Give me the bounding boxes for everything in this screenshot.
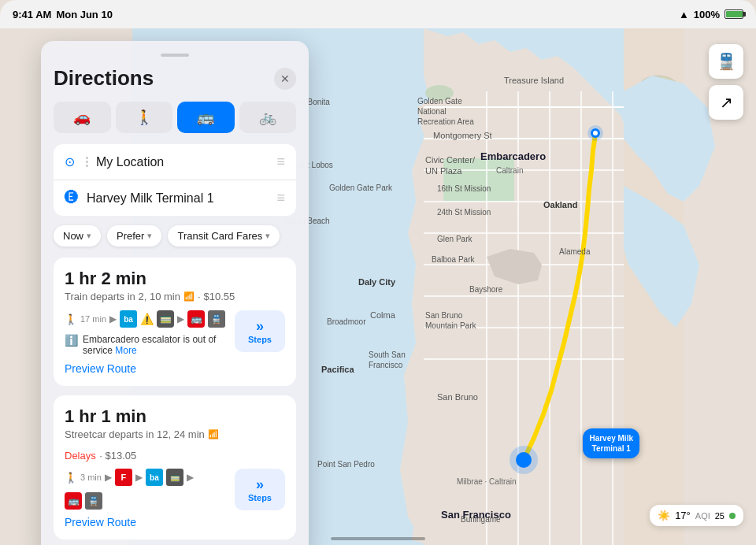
battery-fill xyxy=(726,11,743,17)
chevron-prefer: ▾ xyxy=(147,231,152,241)
transit-mode-btn[interactable]: 🚆 xyxy=(709,44,743,79)
route-2-delay-price: Delays · $13.05 xyxy=(65,448,285,462)
weather-icon: ☀️ xyxy=(658,510,670,521)
arrow-2: ▶ xyxy=(177,313,184,324)
route-2-duration: 1 hr 1 min xyxy=(65,406,285,427)
steps-btn-2[interactable]: » Steps xyxy=(235,469,285,510)
route-2-actions: 🚶 3 min ▶ F ▶ ba 🚃 ▶ 🚌 🚆 Preview Route » xyxy=(65,469,285,528)
train-badge-r2: 🚆 xyxy=(85,492,102,510)
status-bar: 9:41 AM Mon Jun 10 ▲ 100% xyxy=(0,0,756,28)
walk-icon-r2: 🚶 xyxy=(65,472,77,484)
route-1-actions: 🚶 17 min ▶ ba ⚠️ 🚃 ▶ 🚌 🚆 ℹ️ Embarcadero … xyxy=(65,310,285,375)
destination-pin: Harvey MilkTerminal 1 xyxy=(583,428,639,458)
svg-point-22 xyxy=(425,85,454,101)
weather-temp: 17° xyxy=(675,510,691,521)
bike-icon: 🚲 xyxy=(259,109,276,126)
arrow-1: ▶ xyxy=(109,313,117,324)
destination-handle: ≡ xyxy=(276,190,285,206)
steps-label-2: Steps xyxy=(246,493,274,502)
bart-badge-2: 🚃 xyxy=(157,310,174,328)
steps-arrows-1: » xyxy=(246,318,274,335)
walk-time-r1: 17 min xyxy=(80,314,106,324)
preview-route-2[interactable]: Preview Route xyxy=(65,516,235,528)
origin-handle: ≡ xyxy=(276,154,285,170)
filter-time-label: Now xyxy=(63,230,83,242)
filter-time[interactable]: Now ▾ xyxy=(54,225,101,247)
destination-icon: 🅔 xyxy=(65,190,79,206)
transport-tabs: 🚗 🚶 🚌 🚲 xyxy=(54,102,296,133)
train-badge-1: 🚆 xyxy=(208,310,225,328)
route-1-alert: ℹ️ Embarcadero escalator is out of servi… xyxy=(65,334,235,356)
bart-badge-1: ba xyxy=(120,310,137,328)
filter-prefer-label: Prefer xyxy=(117,230,144,242)
live-icon-2: 📶 xyxy=(208,429,219,439)
tab-drive[interactable]: 🚗 xyxy=(54,102,111,133)
svg-rect-1 xyxy=(443,158,514,202)
date: Mon Jun 10 xyxy=(56,9,113,20)
route-2-steps-row-1: 🚶 3 min ▶ F ▶ ba 🚃 ▶ xyxy=(65,469,235,486)
drive-icon: 🚗 xyxy=(73,109,91,126)
close-button[interactable]: ✕ xyxy=(274,68,296,90)
preview-route-1[interactable]: Preview Route xyxy=(65,362,235,375)
location-btn[interactable]: ↗ xyxy=(709,85,743,120)
origin-icon: ⊙ xyxy=(65,154,75,169)
walk-time-r2: 3 min xyxy=(80,473,102,482)
sidebar-title: Directions xyxy=(54,66,154,91)
tab-transit[interactable]: 🚌 xyxy=(177,102,235,133)
alert-text-1: Embarcadero escalator is out of service … xyxy=(83,334,235,356)
svg-point-20 xyxy=(593,131,598,135)
map-controls: 🚆 ↗ xyxy=(709,44,743,120)
bart2-badge-r2: 🚃 xyxy=(166,469,183,486)
route-2-steps-row-2: 🚌 🚆 xyxy=(65,492,235,510)
filter-fares-label: Transit Card Fares xyxy=(177,230,262,242)
home-indicator xyxy=(331,537,425,540)
arrow-r2-1: ▶ xyxy=(105,472,112,483)
status-right: ▲ 100% xyxy=(679,9,743,20)
chevron-time: ▾ xyxy=(87,231,91,241)
route-1-departs: Train departs in 2, 10 min 📶 · $10.55 xyxy=(65,291,285,302)
aqi-dot xyxy=(729,513,736,519)
directions-panel: Directions ✕ 🚗 🚶 🚌 🚲 ⊙ My Location xyxy=(41,41,309,545)
steps-label-1: Steps xyxy=(246,335,274,344)
delays-badge: Delays xyxy=(65,450,96,462)
wifi-icon: ▲ xyxy=(679,9,689,20)
route-1-duration: 1 hr 2 min xyxy=(65,269,285,289)
aqi-label: AQI xyxy=(695,511,710,521)
warning-icon: ⚠️ xyxy=(140,313,154,325)
muni-f-badge: F xyxy=(115,469,132,486)
location-inputs: ⊙ My Location ≡ 🅔 Harvey Milk Terminal 1… xyxy=(54,144,296,216)
arrow-r2-2: ▶ xyxy=(135,472,143,483)
connector-dots xyxy=(86,157,88,167)
price-r2-val: $13.05 xyxy=(105,450,136,462)
route-card-1: 1 hr 2 min Train departs in 2, 10 min 📶 … xyxy=(54,258,296,386)
alert-icon-1: ℹ️ xyxy=(65,334,78,347)
route-2-departs: Streetcar departs in 12, 24 min 📶 xyxy=(65,428,285,440)
arrow-r2-3: ▶ xyxy=(187,472,194,483)
muni-badge-1: 🚌 xyxy=(187,310,205,328)
aqi-value: 25 xyxy=(715,511,724,521)
drag-handle xyxy=(161,54,189,57)
more-link-1[interactable]: More xyxy=(115,345,136,356)
steps-btn-1[interactable]: » Steps xyxy=(235,310,285,352)
transit-icon: 🚌 xyxy=(197,109,214,126)
sidebar-header: Directions ✕ xyxy=(54,66,296,91)
filters-row: Now ▾ Prefer ▾ Transit Card Fares ▾ xyxy=(54,225,296,247)
route-2-info: 🚶 3 min ▶ F ▶ ba 🚃 ▶ 🚌 🚆 Preview Route xyxy=(65,469,235,528)
destination-text: Harvey Milk Terminal 1 xyxy=(87,191,269,206)
battery-text: 100% xyxy=(694,9,720,20)
bart-badge-r2: ba xyxy=(146,469,163,486)
walk-icon-r1: 🚶 xyxy=(65,313,77,325)
steps-arrows-2: » xyxy=(246,476,274,493)
close-icon: ✕ xyxy=(280,72,290,85)
svg-point-17 xyxy=(516,452,532,468)
tab-walk[interactable]: 🚶 xyxy=(116,102,173,133)
tab-bike[interactable]: 🚲 xyxy=(239,102,297,133)
time: 9:41 AM xyxy=(13,9,51,20)
filter-fares[interactable]: Transit Card Fares ▾ xyxy=(168,225,280,247)
destination-row[interactable]: 🅔 Harvey Milk Terminal 1 ≡ xyxy=(54,180,296,216)
route-card-2: 1 hr 1 min Streetcar departs in 12, 24 m… xyxy=(54,395,296,539)
filter-prefer[interactable]: Prefer ▾ xyxy=(107,225,161,247)
muni-red-badge-r2: 🚌 xyxy=(65,492,82,510)
origin-row[interactable]: ⊙ My Location ≡ xyxy=(54,144,296,180)
origin-text: My Location xyxy=(96,155,269,169)
